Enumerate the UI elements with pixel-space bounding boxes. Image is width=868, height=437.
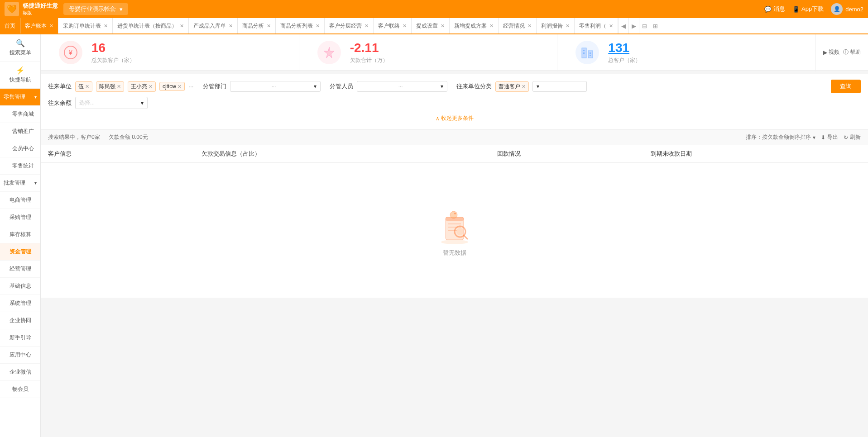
sidebar-item-new-guide[interactable]: 新手引导 (0, 329, 40, 347)
message-btn[interactable]: 💬 消息 (764, 5, 785, 13)
sidebar-item-ops[interactable]: 经营管理 (0, 261, 40, 278)
filter-tag-cjttcw-label: cjttcw (163, 83, 176, 90)
sidebar-item-basic-info[interactable]: 基础信息 (0, 278, 40, 295)
data-table: 客户信息 欠款交易信息（占比） 回款情况 到期未收款日期 (41, 145, 868, 298)
filter-tag-common-customer[interactable]: 普通客户 ✕ (495, 81, 529, 92)
sidebar-item-inventory[interactable]: 库存核算 (0, 226, 40, 243)
balance-select-placeholder: 选择... (79, 99, 95, 107)
collapse-filter-btn[interactable]: ∧ 收起更多条件 (48, 113, 861, 124)
tab-purchase-close[interactable]: ✕ (104, 23, 108, 29)
tab-product-analysis[interactable]: 商品分析 ✕ (238, 18, 276, 34)
svg-point-18 (454, 213, 456, 214)
stat-customers-icon: ¥ (59, 41, 82, 64)
sidebar-item-search[interactable]: 🔍 搜索菜单 (0, 34, 40, 62)
tab-incoming-stats[interactable]: 进货单统计表（按商品） ✕ (113, 18, 189, 34)
content-area: ¥ 16 总欠款客户（家） -2.11 欠款合计（万） (41, 34, 868, 437)
filter-tag-common-close[interactable]: ✕ (522, 84, 526, 90)
sidebar-item-retail-mall[interactable]: 零售商城 (0, 106, 40, 123)
user-menu[interactable]: 👤 demo2 (831, 3, 863, 15)
person-select[interactable]: ··· ▾ (357, 81, 447, 92)
filter-area: 往来单位 伍 ✕ 陈民强 ✕ 王小亮 ✕ cjttcw ✕ ··· (41, 74, 868, 130)
tab-next-btn[interactable]: ▶ (628, 18, 639, 34)
account-label: 母婴行业演示帐套 (69, 5, 116, 13)
svg-rect-3 (588, 51, 593, 58)
tab-retail-profit[interactable]: 零售利润（ ✕ (575, 18, 618, 34)
filter-tag-common-label: 普通客户 (499, 83, 520, 90)
sidebar-item-retail-mgmt[interactable]: 零售管理 ▾ (0, 89, 40, 106)
filter-tag-cjttcw-close[interactable]: ✕ (177, 84, 182, 90)
tab-customers-close[interactable]: ✕ (49, 23, 53, 29)
col-customer-info: 客户信息 (41, 145, 194, 163)
tab-product-analysis-list-label: 商品分析列表 (280, 22, 313, 30)
filter-tag-chen-close[interactable]: ✕ (117, 84, 121, 90)
sidebar-item-marketing[interactable]: 营销推广 (0, 123, 40, 140)
filter-tag-wu-close[interactable]: ✕ (85, 84, 89, 90)
tab-customers[interactable]: 客户账本 ✕ (20, 18, 58, 34)
tab-product-incoming[interactable]: 产成品入库单 ✕ (189, 18, 238, 34)
unit-class-select[interactable]: ▾ (532, 81, 587, 92)
sidebar-item-app-center[interactable]: 应用中心 (0, 347, 40, 364)
tab-commission-close[interactable]: ✕ (441, 23, 445, 29)
table-header: 客户信息 欠款交易信息（占比） 回款情况 到期未收款日期 (41, 145, 868, 163)
tab-new-commission[interactable]: 新增提成方案 ✕ (450, 18, 499, 34)
results-actions: 排序：按欠款金额倒序排序 ▾ ⬇ 导出 ↻ 刷新 (746, 133, 861, 141)
sidebar-item-vip[interactable]: 畅会员 (0, 381, 40, 398)
tab-commission-settings[interactable]: 提成设置 ✕ (412, 18, 450, 34)
tab-prev-btn[interactable]: ◀ (618, 18, 628, 34)
refresh-label: 刷新 (850, 133, 861, 141)
tab-home[interactable]: 首页 (0, 18, 20, 34)
tab-incoming-close[interactable]: ✕ (180, 23, 184, 29)
refresh-button[interactable]: ↻ 刷新 (844, 133, 861, 141)
app-download-btn[interactable]: 📱 App下载 (792, 5, 824, 13)
filter-tag-wang[interactable]: 王小亮 ✕ (128, 81, 156, 92)
video-btn[interactable]: ▶ 视频 (823, 48, 839, 56)
balance-select[interactable]: 选择... ▾ (75, 97, 148, 109)
sidebar-item-purchase[interactable]: 采购管理 (0, 209, 40, 226)
filter-tag-wu[interactable]: 伍 ✕ (75, 81, 92, 92)
tab-customer-contact[interactable]: 客户联络 ✕ (374, 18, 412, 34)
tab-profit-report[interactable]: 利润报告 ✕ (537, 18, 575, 34)
tab-operation-status-label: 经营情况 (503, 22, 525, 30)
tab-minimize-btn[interactable]: ⊟ (639, 18, 650, 34)
export-button[interactable]: ⬇ 导出 (821, 133, 838, 141)
tab-purchase-orders[interactable]: 采购订单统计表 ✕ (58, 18, 113, 34)
tab-product-analysis-list-close[interactable]: ✕ (316, 23, 320, 29)
sidebar-item-member-center[interactable]: 会员中心 (0, 140, 40, 157)
sidebar-item-ecommerce[interactable]: 电商管理 (0, 192, 40, 209)
tab-new-commission-close[interactable]: ✕ (489, 23, 494, 29)
app-icon: 📱 (792, 6, 800, 13)
filter-tag-chen[interactable]: 陈民强 ✕ (96, 81, 124, 92)
sidebar-item-retail-stats[interactable]: 零售统计 (0, 157, 40, 175)
sidebar-item-wholesale[interactable]: 批发管理 ▾ (0, 175, 40, 192)
help-btn[interactable]: ⓘ 帮助 (843, 48, 861, 56)
person-chevron-icon: ▾ (441, 83, 443, 90)
dept-select[interactable]: ··· ▾ (230, 81, 321, 92)
filter-tag-cjttcw[interactable]: cjttcw ✕ (159, 82, 185, 91)
sidebar-item-system[interactable]: 系统管理 (0, 295, 40, 312)
filter-tag-wang-close[interactable]: ✕ (149, 84, 153, 90)
tab-customer-contact-close[interactable]: ✕ (403, 23, 407, 29)
account-dropdown[interactable]: 母婴行业演示帐套 ▾ (63, 3, 128, 15)
query-button[interactable]: 查询 (831, 80, 861, 93)
tab-customer-segment-close[interactable]: ✕ (364, 23, 369, 29)
tab-operation-close[interactable]: ✕ (528, 23, 532, 29)
filter-tag-wang-label: 王小亮 (131, 83, 147, 90)
sidebar-purchase-label: 采购管理 (10, 214, 31, 221)
tab-retail-profit-close[interactable]: ✕ (609, 23, 613, 29)
tab-product-close[interactable]: ✕ (229, 23, 233, 29)
sidebar-new-guide-label: 新手引导 (10, 334, 31, 342)
tab-profit-close[interactable]: ✕ (566, 23, 570, 29)
sort-dropdown[interactable]: 排序：按欠款金额倒序排序 ▾ (746, 133, 815, 141)
tab-product-analysis-close[interactable]: ✕ (267, 23, 271, 29)
sidebar-item-enterprise-wechat[interactable]: 企业微信 (0, 364, 40, 381)
tab-customer-segment[interactable]: 客户分层经营 ✕ (325, 18, 374, 34)
filter-more-btn[interactable]: ··· (188, 83, 194, 90)
stat-debt-label: 欠款合计（万） (350, 57, 388, 64)
sidebar-item-finance[interactable]: 资金管理 (0, 243, 40, 261)
tab-product-analysis-list[interactable]: 商品分析列表 ✕ (276, 18, 325, 34)
sidebar-wholesale-label: 批发管理 (4, 179, 25, 187)
sidebar-item-quick-nav[interactable]: ⚡ 快捷导航 (0, 62, 40, 89)
tab-maximize-btn[interactable]: ⊞ (650, 18, 661, 34)
sidebar-item-enterprise-collab[interactable]: 企业协同 (0, 312, 40, 329)
tab-operation-status[interactable]: 经营情况 ✕ (499, 18, 537, 34)
